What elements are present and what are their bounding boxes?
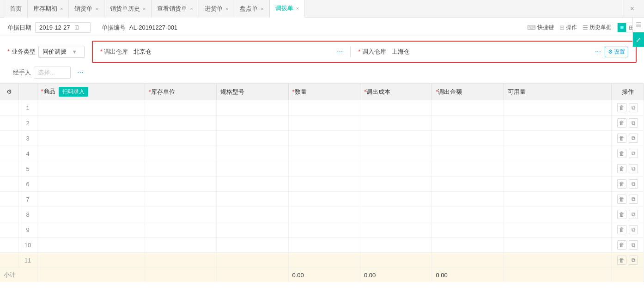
shortcut-button[interactable]: ⌨ 快捷键 [527,24,554,31]
tab-close-stock-init[interactable]: × [60,6,63,12]
row-product-cell[interactable] [37,222,145,238]
row-product-cell[interactable] [37,116,145,131]
delete-row-button[interactable]: 🗑 [617,149,626,158]
row-product-cell[interactable] [37,238,145,253]
tab-sales-order[interactable]: 销货单× [69,0,104,18]
row-available-cell[interactable] [504,207,611,222]
tab-purchase[interactable]: 进货单× [199,0,234,18]
table-scroll-area[interactable]: ⚙ *商品 扫码录入 *库存单位 规格型号 *数量 *调出成本 *调出金额 可用… [0,84,644,282]
copy-row-button[interactable]: ⧉ [629,149,638,158]
copy-row-button[interactable]: ⧉ [629,225,638,234]
row-cost-cell[interactable] [360,207,431,222]
row-unit-cell[interactable] [145,131,216,146]
row-unit-cell[interactable] [145,238,216,253]
row-product-cell[interactable] [37,146,145,161]
row-cost-cell[interactable] [360,100,431,116]
row-amount-cell[interactable] [432,161,504,177]
copy-row-button[interactable]: ⧉ [629,118,638,128]
row-spec-cell[interactable] [217,146,288,161]
copy-row-button[interactable]: ⧉ [629,195,638,204]
row-amount-cell[interactable] [432,100,504,116]
tab-stock-init[interactable]: 库存期初× [28,0,69,18]
row-amount-cell[interactable] [432,238,504,253]
tab-close-inventory[interactable]: × [261,6,263,12]
row-amount-cell[interactable] [432,192,504,207]
transfer-out-dots[interactable]: ··· [337,48,343,56]
row-available-cell[interactable] [504,100,611,116]
row-cost-cell[interactable] [360,253,431,268]
copy-row-button[interactable]: ⧉ [629,210,638,219]
delete-row-button[interactable]: 🗑 [617,256,626,265]
transfer-in-dots[interactable]: ··· [595,48,601,56]
tab-close-transfer[interactable]: × [296,6,299,11]
delete-row-button[interactable]: 🗑 [617,103,626,112]
row-unit-cell[interactable] [145,177,216,192]
col-gear-header[interactable]: ⚙ [0,84,18,100]
row-available-cell[interactable] [504,192,611,207]
delete-row-button[interactable]: 🗑 [617,179,626,189]
row-amount-cell[interactable] [432,207,504,222]
row-spec-cell[interactable] [217,177,288,192]
row-spec-cell[interactable] [217,253,288,268]
row-amount-cell[interactable] [432,177,504,192]
row-unit-cell[interactable] [145,222,216,238]
person-select[interactable]: 选择... [34,67,71,79]
row-unit-cell[interactable] [145,192,216,207]
delete-row-button[interactable]: 🗑 [617,240,626,250]
row-amount-cell[interactable] [432,146,504,161]
delete-row-button[interactable]: 🗑 [617,134,626,143]
delete-row-button[interactable]: 🗑 [617,195,626,204]
row-unit-cell[interactable] [145,161,216,177]
copy-row-button[interactable]: ⧉ [629,103,638,112]
row-available-cell[interactable] [504,146,611,161]
row-spec-cell[interactable] [217,222,288,238]
row-qty-cell[interactable] [288,146,360,161]
delete-row-button[interactable]: 🗑 [617,225,626,234]
tab-close-sales-order[interactable]: × [95,6,98,12]
row-product-cell[interactable] [37,253,145,268]
doc-date-input[interactable]: 2019-12-27 🗓 [35,22,91,33]
copy-row-button[interactable]: ⧉ [629,240,638,250]
row-qty-cell[interactable] [288,116,360,131]
row-qty-cell[interactable] [288,131,360,146]
tab-close-sales-history[interactable]: × [143,6,146,12]
copy-row-button[interactable]: ⧉ [629,256,638,265]
row-cost-cell[interactable] [360,131,431,146]
biz-type-select[interactable]: 同价调拨 ▼ [38,46,85,58]
row-amount-cell[interactable] [432,222,504,238]
row-qty-cell[interactable] [288,177,360,192]
right-panel-list-icon[interactable]: ☰ [633,18,644,32]
row-unit-cell[interactable] [145,116,216,131]
row-product-cell[interactable] [37,207,145,222]
layout-list-btn[interactable]: ≡ [618,23,626,32]
row-amount-cell[interactable] [432,116,504,131]
copy-row-button[interactable]: ⧉ [629,179,638,189]
tab-transfer[interactable]: 调拨单× [270,0,305,18]
history-button[interactable]: ☰ 历史单据 [583,24,612,31]
row-cost-cell[interactable] [360,222,431,238]
tab-sales-history[interactable]: 销货单历史× [104,0,152,18]
row-qty-cell[interactable] [288,192,360,207]
row-spec-cell[interactable] [217,116,288,131]
tab-close-purchase[interactable]: × [225,6,228,12]
right-panel-expand-icon[interactable]: ⤢ [633,32,644,47]
operation-button[interactable]: ⊞ 操作 [559,24,577,31]
row-spec-cell[interactable] [217,238,288,253]
row-product-cell[interactable] [37,100,145,116]
row-product-cell[interactable] [37,177,145,192]
row-cost-cell[interactable] [360,238,431,253]
row-available-cell[interactable] [504,116,611,131]
row-amount-cell[interactable] [432,253,504,268]
row-spec-cell[interactable] [217,100,288,116]
row-available-cell[interactable] [504,177,611,192]
row-qty-cell[interactable] [288,253,360,268]
row-amount-cell[interactable] [432,131,504,146]
row-qty-cell[interactable] [288,238,360,253]
row-available-cell[interactable] [504,222,611,238]
delete-row-button[interactable]: 🗑 [617,118,626,128]
tab-view-sales[interactable]: 查看销货单× [152,0,199,18]
row-cost-cell[interactable] [360,161,431,177]
row-cost-cell[interactable] [360,146,431,161]
tab-close-view-sales[interactable]: × [190,6,193,12]
row-product-cell[interactable] [37,161,145,177]
